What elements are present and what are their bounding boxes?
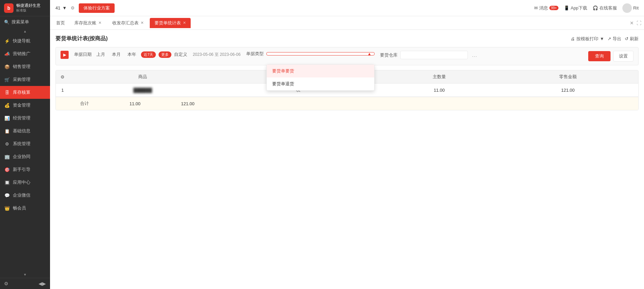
sidebar-item-appstore[interactable]: 🔲 应用中心 [0,176,50,189]
page-title-row: 要货单统计表(按商品) 🖨 按模板打印 ▼ ↗ 导出 ↺ 刷新 [55,35,639,42]
sidebar-item-sales[interactable]: 📦 销售管理 [0,60,50,73]
tab-requisition-stats[interactable]: 要货单统计表 ✕ [150,18,191,28]
sidebar-item-system[interactable]: ⚙ 系统管理 [0,137,50,150]
chevron-down-icon: ▼ [600,36,604,41]
filter-toggle-button[interactable]: ▶ [61,51,69,59]
settings-gear-icon[interactable]: ⚙ [71,5,75,10]
sidebar-item-operation[interactable]: 📊 经营管理 [0,112,50,125]
sidebar-item-marketing[interactable]: 📣 营销推广 [0,47,50,60]
sidebar-item-label: 企业微信 [13,192,30,198]
refresh-btn[interactable]: ↺ 刷新 [625,36,639,42]
system-icon: ⚙ [4,141,10,147]
appstore-icon: 🔲 [4,180,10,185]
online-service-label: 在线客服 [599,5,617,11]
sidebar-item-guide[interactable]: 🎯 新手引导 [0,163,50,176]
app-logo: b 畅捷通好生意 标准版 [0,0,50,16]
date-recent-7days[interactable]: 近7天 [141,51,156,58]
store-select[interactable]: 41 ▼ [55,5,67,10]
warehouse-more-icon[interactable]: … [472,52,477,58]
export-btn[interactable]: ↗ 导出 [607,36,621,42]
user-profile[interactable]: Rit [622,3,639,13]
tab-close-icon[interactable]: ✕ [98,21,101,25]
type-filter-group: 单据类型 ▲ 要货单要货 要货单退货 [246,51,375,57]
warehouse-filter-label: 要货仓库 [380,52,398,58]
app-download-label: App下载 [571,5,587,11]
tab-close-all-icon[interactable]: ✕ [630,20,634,26]
inventory-icon: 🗄 [4,90,10,95]
warehouse-filter-input[interactable] [400,51,468,59]
sidebar-item-label: 采购管理 [13,76,30,83]
col-settings-header[interactable]: ⚙ [56,70,69,84]
cell-amount: 121.00 [498,84,638,97]
col-product-header: 商品 [69,70,216,84]
trial-button[interactable]: 体验行业方案 [79,3,115,13]
sidebar-scroll-up[interactable]: ▲ [0,28,50,35]
footer-label: 合计 [80,101,89,107]
sidebar-item-quick-nav[interactable]: ⚡ 快捷导航 [0,35,50,47]
settings-icon[interactable]: ⚙ [4,281,8,286]
sales-icon: 📦 [4,64,10,69]
sidebar-item-finance[interactable]: 💰 资金管理 [0,99,50,112]
date-this-month[interactable]: 本月 [110,51,123,58]
tab-bar-right: ✕ ⛶ [630,20,641,26]
sidebar-item-label: 库存核算 [13,89,30,95]
tab-label: 要货单统计表 [154,20,181,26]
tab-close-icon[interactable]: ✕ [183,21,186,25]
footer-amount: 121.00 [181,101,195,106]
date-this-year[interactable]: 本年 [125,51,138,58]
sidebar-item-label: 畅会员 [13,205,26,211]
date-custom[interactable]: 自定义 [174,51,187,58]
tab-expand-icon[interactable]: ⛶ [637,20,641,26]
tab-label: 收发存汇总表 [112,20,139,26]
cell-quantity: 11.00 [381,84,498,97]
message-label: 消息 [539,5,548,11]
wechat-icon: 💬 [4,193,10,198]
sidebar-item-wechat[interactable]: 💬 企业微信 [0,189,50,202]
sidebar-item-label: 系统管理 [13,141,30,147]
table-footer: 合计 11.00 121.00 [56,97,638,110]
guide-icon: 🎯 [4,167,10,172]
footer-quantity: 11.00 [129,101,141,106]
collapse-icon[interactable]: ◀▶ [39,281,46,286]
table-settings-icon: ⚙ [61,74,65,80]
tab-receive-summary[interactable]: 收发存汇总表 ✕ [108,18,148,28]
dropdown-option-requisition[interactable]: 要货单要货 [267,65,374,77]
dropdown-option-return[interactable]: 要货单退货 [267,77,374,90]
sidebar-bottom: ⚙ ◀▶ [0,278,50,289]
message-badge[interactable]: ✉ 消息 99+ [534,5,558,11]
filter-right-btns: 查询 设置 [588,51,634,62]
sidebar-item-member[interactable]: 👑 畅会员 [0,202,50,215]
sidebar-item-enterprise[interactable]: 🏢 企业协同 [0,150,50,163]
type-filter-label: 单据类型 [246,51,264,57]
setting-button[interactable]: 设置 [613,51,634,62]
online-service[interactable]: 🎧 在线客服 [593,5,617,11]
sidebar-item-label: 基础信息 [13,128,30,134]
sidebar-item-inventory[interactable]: 🗄 库存核算 [0,86,50,99]
sidebar-item-purchase[interactable]: 🛒 采购管理 [0,73,50,86]
sidebar-item-label: 销售管理 [13,64,30,70]
export-icon: ↗ [607,36,611,41]
refresh-icon: ↺ [625,36,628,41]
type-filter-dropdown[interactable]: ▲ [266,52,375,55]
app-download[interactable]: 📱 App下载 [564,5,587,11]
page-inner: 要货单统计表(按商品) 🖨 按模板打印 ▼ ↗ 导出 ↺ 刷新 [50,30,644,289]
sidebar: b 畅捷通好生意 标准版 🔍 搜索菜单 ▲ ⚡ 快捷导航 📣 营销推广 📦 销售… [0,0,50,289]
product-name-blurred: ██████ [133,88,152,93]
tab-inventory-batch[interactable]: 库存批次账 ✕ [70,18,106,28]
tab-close-icon[interactable]: ✕ [141,21,144,25]
top-header: 41 ▼ ⚙ 体验行业方案 ✉ 消息 99+ 📱 App下载 🎧 在线客服 R [50,0,644,16]
print-btn[interactable]: 🖨 按模板打印 ▼ [571,36,604,42]
quick-nav-icon: ⚡ [4,39,10,44]
sidebar-item-basic[interactable]: 📋 基础信息 [0,125,50,137]
date-last-month[interactable]: 上月 [94,51,107,58]
sidebar-scroll-down[interactable]: ▼ [0,271,50,278]
sidebar-item-label: 新手引导 [13,166,30,173]
query-button[interactable]: 查询 [588,51,611,61]
tab-label: 库存批次账 [74,20,96,26]
tab-home[interactable]: 首页 [53,18,68,28]
search-label: 搜索菜单 [11,19,29,25]
date-more-badge[interactable]: 更多 [159,51,171,58]
phone-icon: 📱 [564,5,569,10]
message-icon: ✉ [534,5,538,10]
sidebar-search[interactable]: 🔍 搜索菜单 [0,16,50,28]
